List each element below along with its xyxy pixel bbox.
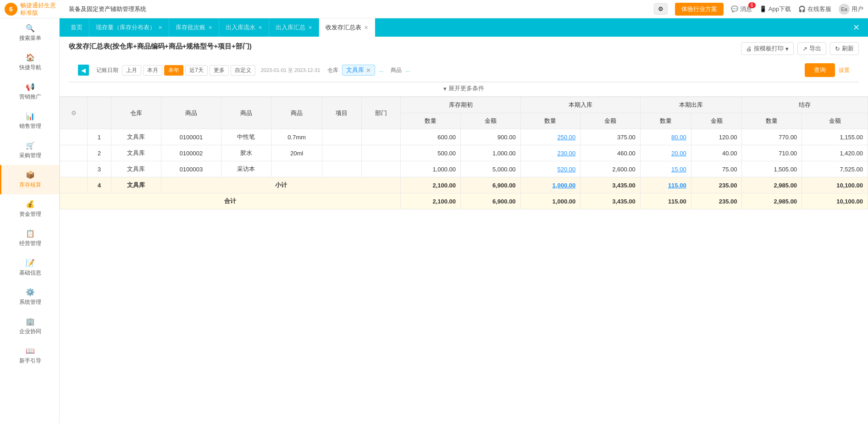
tab-summary[interactable]: 出入库汇总 ✕ xyxy=(269,18,319,37)
tab-flow-close[interactable]: ✕ xyxy=(258,25,262,31)
filter-row-1: ◀ 记账日期 上月 本月 本年 近7天 更多 自定义 xyxy=(78,63,850,77)
sidebar-item-enterprise[interactable]: 🏢 企业协同 xyxy=(0,312,59,341)
row-goods-spec xyxy=(271,161,322,177)
sidebar-item-basic-info[interactable]: 📝 基础信息 xyxy=(0,253,59,282)
date-btn-custom[interactable]: 自定义 xyxy=(231,65,255,76)
row-settings xyxy=(60,145,88,161)
purchase-icon: 🛒 xyxy=(26,141,35,150)
warehouse-tag-remove[interactable]: ✕ xyxy=(366,67,371,74)
subtotal-row: 4 文具库 小计 2,100.00 6,900.00 1,000.00 3,43… xyxy=(60,177,868,193)
col-department: 部门 xyxy=(361,97,401,129)
tab-flow-label: 出入库流水 xyxy=(226,23,255,32)
row-goods-code: 0100003 xyxy=(161,161,221,177)
col-project: 项目 xyxy=(322,97,361,129)
row-department xyxy=(361,161,401,177)
row-out-qty[interactable]: 20.00 xyxy=(640,145,691,161)
close-all-tabs-btn[interactable]: ✕ xyxy=(849,22,863,33)
tab-receive-summary[interactable]: 收发存汇总表 ✕ xyxy=(319,18,375,37)
date-btn-this-year[interactable]: 本年 xyxy=(164,65,183,76)
settings-icon-btn[interactable]: ⚙ xyxy=(654,3,668,15)
message-badge: 6 xyxy=(748,2,756,8)
warehouse-label: 仓库 xyxy=(327,66,338,74)
col-settings[interactable]: ⚙ xyxy=(60,97,88,129)
app-download-btn[interactable]: 📱 App下载 xyxy=(759,5,791,13)
date-btn-last-month[interactable]: 上月 xyxy=(122,65,141,76)
subtotal-closing-amount: 10,100.00 xyxy=(802,177,868,193)
total-row: 合计 2,100.00 6,900.00 1,000.00 3,435.00 1… xyxy=(60,193,868,209)
sidebar-item-operations[interactable]: 📋 经营管理 xyxy=(0,224,59,253)
date-btn-7days[interactable]: 近7天 xyxy=(185,65,208,76)
tab-batch-account-close[interactable]: ✕ xyxy=(208,25,212,31)
warehouse-more-btn[interactable]: ... xyxy=(379,67,383,73)
subtotal-in-qty[interactable]: 1,000.00 xyxy=(520,177,581,193)
total-label: 合计 xyxy=(60,193,401,209)
total-in-amount: 3,435.00 xyxy=(581,193,641,209)
row-opening-qty: 500.00 xyxy=(401,145,461,161)
sidebar-item-quick-nav-label: 快捷导航 xyxy=(19,64,41,71)
trial-button[interactable]: 体验行业方案 xyxy=(675,3,724,16)
date-btn-this-month[interactable]: 本月 xyxy=(143,65,162,76)
row-goods-code: 0100001 xyxy=(161,129,221,145)
settings-link[interactable]: 设置 xyxy=(839,66,850,74)
row-opening-qty: 1,000.00 xyxy=(401,161,461,177)
search-icon: 🔍 xyxy=(26,24,35,33)
print-icon: 🖨 xyxy=(746,45,752,52)
tab-batch-account[interactable]: 库存批次账 ✕ xyxy=(169,18,219,37)
query-btn[interactable]: 查询 xyxy=(805,63,835,77)
table-row: 1 文具库 0100001 中性笔 0.7mm 600.00 900.00 25… xyxy=(60,129,868,145)
sidebar-item-inventory[interactable]: 📦 库存核算 xyxy=(0,165,59,194)
tab-summary-close[interactable]: ✕ xyxy=(308,25,312,31)
row-in-qty[interactable]: 520.00 xyxy=(520,161,581,177)
sidebar-item-finance[interactable]: 💰 资金管理 xyxy=(0,194,59,224)
subtotal-opening-qty: 2,100.00 xyxy=(401,177,461,193)
col-closing-qty: 数量 xyxy=(742,113,802,129)
col-goods-code: 商品 xyxy=(161,97,221,129)
online-service-btn[interactable]: 🎧 在线客服 xyxy=(798,5,831,13)
row-warehouse: 文具库 xyxy=(111,129,161,145)
row-opening-qty: 600.00 xyxy=(401,129,461,145)
table-row: 2 文具库 0100002 胶水 20ml 500.00 1,000.00 23… xyxy=(60,145,868,161)
tab-receive-summary-close[interactable]: ✕ xyxy=(364,25,368,31)
row-out-amount: 40.00 xyxy=(691,145,742,161)
row-closing-qty: 770.00 xyxy=(742,129,802,145)
export-btn[interactable]: ↗ 导出 xyxy=(797,42,826,55)
system-icon: ⚙️ xyxy=(26,288,35,297)
col-rownum xyxy=(88,97,111,129)
filter-toggle-btn[interactable]: ◀ xyxy=(78,65,89,76)
subtotal-out-amount: 235.00 xyxy=(691,177,742,193)
row-goods-name: 胶水 xyxy=(221,145,271,161)
row-out-qty[interactable]: 15.00 xyxy=(640,161,691,177)
date-btn-more[interactable]: 更多 xyxy=(210,65,229,76)
tab-inventory-dist-close[interactable]: ✕ xyxy=(158,25,162,31)
expand-conditions-btn[interactable]: ▾ 展开更多条件 xyxy=(69,82,859,96)
tab-home[interactable]: 首页 xyxy=(64,18,89,37)
sidebar-item-enterprise-label: 企业协同 xyxy=(19,328,41,335)
sidebar-item-quick-nav[interactable]: 🏠 快捷导航 xyxy=(0,48,59,77)
tab-inventory-dist[interactable]: 现存量（库存分布表） ✕ xyxy=(89,18,169,37)
user-btn[interactable]: Ea 用户 xyxy=(839,4,863,15)
sidebar-item-guide[interactable]: 📖 新手引导 xyxy=(0,341,59,370)
goods-more-btn[interactable]: ... xyxy=(405,67,410,73)
refresh-btn[interactable]: ↻ 刷新 xyxy=(830,42,859,55)
sidebar-item-purchase[interactable]: 🛒 采购管理 xyxy=(0,136,59,165)
col-goods-name: 商品 xyxy=(221,97,271,129)
row-in-qty[interactable]: 250.00 xyxy=(520,129,581,145)
row-project xyxy=(322,161,361,177)
filter-area: ◀ 记账日期 上月 本月 本年 近7天 更多 自定义 xyxy=(69,59,859,82)
sidebar-item-search[interactable]: 🔍 搜索菜单 xyxy=(0,18,59,48)
sidebar-item-sales[interactable]: 📊 销售管理 xyxy=(0,106,59,136)
sidebar-item-marketing[interactable]: 📢 营销推广 xyxy=(0,77,59,106)
sidebar-item-system[interactable]: ⚙️ 系统管理 xyxy=(0,282,59,312)
row-out-qty[interactable]: 80.00 xyxy=(640,129,691,145)
row-opening-amount: 1,000.00 xyxy=(461,145,521,161)
row-in-qty[interactable]: 230.00 xyxy=(520,145,581,161)
tab-flow[interactable]: 出入库流水 ✕ xyxy=(219,18,269,37)
col-opening-qty: 数量 xyxy=(401,113,461,129)
print-btn[interactable]: 🖨 按模板打印 ▾ xyxy=(741,42,794,55)
page-header: 收发存汇总表(按仓库+商品编码+商品+规格型号+项目+部门) 🖨 按模板打印 ▾… xyxy=(60,37,868,97)
warehouse-tag-text: 文具库 xyxy=(346,66,364,74)
sidebar-item-purchase-label: 采购管理 xyxy=(19,152,41,159)
subtotal-out-qty[interactable]: 115.00 xyxy=(640,177,691,193)
message-icon: 💬 xyxy=(731,5,738,12)
message-btn[interactable]: 💬 消息 6 xyxy=(731,5,752,13)
